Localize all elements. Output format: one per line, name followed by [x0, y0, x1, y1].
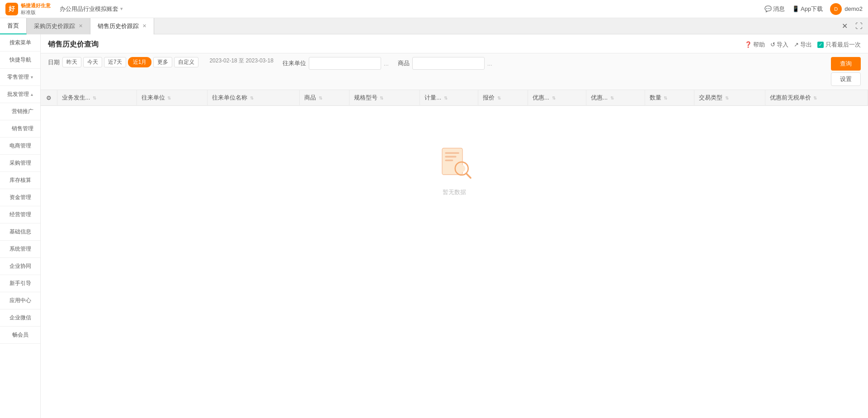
message-icon: 💬 [764, 5, 772, 12]
main-layout: 搜索菜单 快捷导航 零售管理 ▾ 批发管理 ▴ 营销推广 销售管理 电商管理 采… [0, 34, 868, 418]
sidebar-item-enterprise-wechat[interactable]: 企业微信 [0, 309, 40, 327]
col-unit[interactable]: 计量... ⇅ [420, 90, 478, 106]
date-btn-today[interactable]: 今天 [83, 57, 102, 67]
date-btn-1month[interactable]: 近1月 [128, 57, 152, 67]
sidebar-item-search-menu[interactable]: 搜索菜单 [0, 34, 40, 52]
top-header: 好 畅捷通好生意 标准版 办公用品行业模拟账套 ▾ 💬 消息 📱 App下载 D… [0, 0, 868, 18]
sort-icon: ⇅ [552, 95, 556, 100]
logo-area: 好 畅捷通好生意 标准版 [5, 2, 51, 15]
date-range-text: 2023-02-18 至 2023-03-18 [209, 57, 273, 65]
filter-row: 日期 昨天 今天 近7天 近1月 更多 自定义 2023-02-18 至 202… [41, 53, 868, 90]
col-trade-type[interactable]: 交易类型 ⇅ [694, 90, 765, 106]
tab-home[interactable]: 首页 [0, 18, 27, 34]
maximize-btn[interactable]: ⛶ [854, 21, 864, 32]
goods-dots[interactable]: ... [487, 60, 492, 67]
sort-icon: ⇅ [380, 95, 383, 100]
header-right: 💬 消息 📱 App下载 D demo2 [764, 3, 863, 15]
header-left: 好 畅捷通好生意 标准版 办公用品行业模拟账套 ▾ [5, 2, 123, 15]
table-header: ⚙ 业务发生... ⇅ 往来单位 ⇅ 往来单位名称 ⇅ [41, 90, 868, 106]
sidebar-item-quick-nav[interactable]: 快捷导航 [0, 52, 40, 69]
goods-label: 商品 [398, 59, 410, 67]
sidebar-item-purchase-mgmt[interactable]: 采购管理 [0, 155, 40, 172]
col-counterparty-name[interactable]: 往来单位名称 ⇅ [208, 90, 300, 106]
col-discount2[interactable]: 优惠... ⇅ [586, 90, 645, 106]
filter-action-btns: 查询 设置 [831, 57, 861, 86]
sidebar-item-wholesale-mgmt[interactable]: 批发管理 ▴ [0, 86, 40, 103]
tab-sales-history[interactable]: 销售历史价跟踪 ✕ [90, 18, 154, 34]
help-btn[interactable]: ❓ 帮助 [745, 41, 765, 49]
sort-icon: ⇅ [250, 95, 254, 100]
svg-line-5 [466, 173, 471, 178]
sidebar-item-finance-mgmt[interactable]: 资金管理 [0, 189, 40, 206]
import-btn[interactable]: ↺ 导入 [770, 41, 788, 49]
sidebar-item-ops-mgmt[interactable]: 经营管理 [0, 206, 40, 223]
date-filter-group: 日期 昨天 今天 近7天 近1月 更多 自定义 [48, 57, 198, 67]
dropdown-icon[interactable]: ▾ [120, 6, 123, 12]
user-area[interactable]: D demo2 [830, 3, 863, 15]
counterparty-dots[interactable]: ... [384, 60, 389, 67]
empty-state: 暂无数据 [41, 106, 868, 233]
query-button[interactable]: 查询 [831, 57, 861, 71]
date-btn-custom[interactable]: 自定义 [174, 57, 198, 67]
empty-icon [434, 142, 475, 183]
goods-input[interactable] [412, 57, 485, 70]
chevron-up-icon: ▴ [31, 92, 33, 97]
col-goods[interactable]: 商品 ⇅ [300, 90, 349, 106]
sidebar-item-vip-member[interactable]: 畅会员 [0, 327, 40, 344]
date-btn-7days[interactable]: 近7天 [104, 57, 126, 67]
tab-purchase-history[interactable]: 采购历史价跟踪 ✕ [27, 18, 90, 34]
sidebar-item-marketing[interactable]: 营销推广 [0, 103, 40, 120]
date-btn-yesterday[interactable]: 昨天 [62, 57, 81, 67]
sidebar-item-enterprise-collab[interactable]: 企业协同 [0, 258, 40, 275]
only-last-checkbox-label[interactable]: ✓ 只看最后一次 [817, 41, 861, 49]
col-biz-date[interactable]: 业务发生... ⇅ [57, 90, 137, 106]
logo-text: 畅捷通好生意 标准版 [21, 2, 51, 15]
app-title: 办公用品行业模拟账套 ▾ [60, 5, 123, 13]
empty-text: 暂无数据 [443, 188, 466, 196]
logo-icon: 好 [5, 3, 18, 15]
close-sales-tab[interactable]: ✕ [142, 23, 146, 29]
message-btn[interactable]: 💬 消息 [764, 5, 785, 13]
sort-icon: ⇅ [444, 95, 448, 100]
sidebar: 搜索菜单 快捷导航 零售管理 ▾ 批发管理 ▴ 营销推广 销售管理 电商管理 采… [0, 34, 41, 418]
sidebar-item-retail-mgmt[interactable]: 零售管理 ▾ [0, 69, 40, 86]
sidebar-item-inventory[interactable]: 库存核算 [0, 172, 40, 189]
sort-icon: ⇅ [725, 95, 729, 100]
date-label: 日期 [48, 58, 60, 66]
tab-bar: 首页 采购历史价跟踪 ✕ 销售历史价跟踪 ✕ ✕ ⛶ [0, 18, 868, 34]
col-counterparty[interactable]: 往来单位 ⇅ [137, 90, 208, 106]
svg-rect-2 [445, 156, 456, 158]
date-btn-more[interactable]: 更多 [153, 57, 172, 67]
sort-icon: ⇅ [319, 95, 322, 100]
sidebar-item-system-mgmt[interactable]: 系统管理 [0, 241, 40, 258]
sidebar-item-app-center[interactable]: 应用中心 [0, 292, 40, 309]
table-wrap: ⚙ 业务发生... ⇅ 往来单位 ⇅ 往来单位名称 ⇅ [41, 90, 868, 418]
help-icon: ❓ [745, 41, 752, 48]
col-quote[interactable]: 报价 ⇅ [478, 90, 528, 106]
close-window-btn[interactable]: ✕ [839, 21, 850, 32]
app-download-btn[interactable]: 📱 App下载 [792, 5, 823, 13]
goods-filter-group: 商品 ... [398, 57, 492, 70]
only-last-checkbox[interactable]: ✓ [817, 42, 824, 48]
sidebar-item-new-guide[interactable]: 新手引导 [0, 275, 40, 292]
counterparty-filter-group: 往来单位 ... [283, 57, 389, 70]
date-buttons: 昨天 今天 近7天 近1月 更多 自定义 [62, 57, 198, 67]
col-pre-tax-price[interactable]: 优惠前无税单价 ⇅ [765, 90, 868, 106]
chevron-down-icon: ▾ [31, 75, 33, 80]
sidebar-item-ecommerce-mgmt[interactable]: 电商管理 [0, 138, 40, 155]
sidebar-item-sales-mgmt[interactable]: 销售管理 [0, 120, 40, 138]
settings-button[interactable]: 设置 [831, 72, 861, 86]
close-purchase-tab[interactable]: ✕ [79, 23, 83, 29]
col-spec[interactable]: 规格型号 ⇅ [349, 90, 420, 106]
sort-icon: ⇅ [813, 95, 817, 100]
col-gear[interactable]: ⚙ [41, 90, 57, 106]
sidebar-item-basic-info[interactable]: 基础信息 [0, 223, 40, 241]
counterparty-label: 往来单位 [283, 59, 306, 67]
export-btn[interactable]: ↗ 导出 [794, 41, 812, 49]
page-title: 销售历史价查询 [48, 40, 99, 49]
sort-icon: ⇅ [497, 95, 501, 100]
page-header: 销售历史价查询 ❓ 帮助 ↺ 导入 ↗ 导出 ✓ 只看最后一次 [41, 34, 868, 53]
counterparty-input[interactable] [309, 57, 381, 70]
col-quantity[interactable]: 数量 ⇅ [645, 90, 694, 106]
col-discount1[interactable]: 优惠... ⇅ [528, 90, 586, 106]
